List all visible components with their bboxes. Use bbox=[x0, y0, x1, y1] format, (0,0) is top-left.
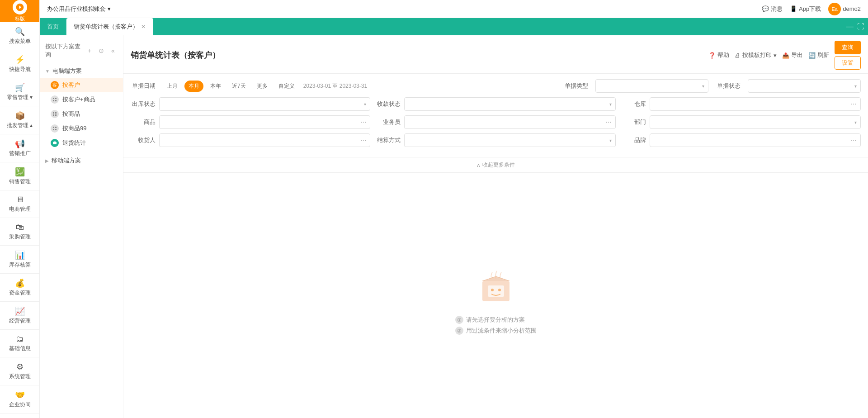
svg-rect-1 bbox=[55, 98, 57, 99]
svg-rect-3 bbox=[55, 100, 57, 101]
svg-point-15 bbox=[491, 289, 494, 291]
date-last-7[interactable]: 近7天 bbox=[228, 81, 250, 92]
date-custom[interactable]: 自定义 bbox=[274, 81, 299, 92]
sidebar-item-basic[interactable]: 🗂 基础信息 bbox=[0, 330, 39, 357]
sec-sub-label-goods: 按商品 bbox=[62, 110, 80, 118]
inventory-icon: 📊 bbox=[2, 250, 38, 260]
dept-label: 部门 bbox=[621, 118, 646, 126]
page-title-bar: 销货单统计表（按客户） ❓ 帮助 🖨 按模板打印 ▾ 📤 导出 bbox=[123, 35, 868, 74]
filter-area: 单据日期 上月 本月 本年 近7天 更多 自定义 2023-03-01 至 20… bbox=[123, 74, 868, 157]
salesperson-dots: ··· bbox=[605, 118, 611, 126]
date-this-month[interactable]: 本月 bbox=[184, 81, 203, 92]
sidebar-item-enterprise[interactable]: 🤝 企业协同 bbox=[0, 385, 39, 413]
sidebar-item-guide[interactable]: 🧭 新手引导 bbox=[0, 413, 39, 418]
app-download-btn[interactable]: 📱 App下载 bbox=[790, 5, 821, 13]
message-btn[interactable]: 💬 消息 bbox=[762, 5, 783, 13]
receiver-control[interactable]: ··· bbox=[159, 133, 370, 147]
tab-home[interactable]: 首页 bbox=[40, 18, 66, 35]
doc-status-control[interactable]: ▾ bbox=[748, 79, 861, 93]
dept-control[interactable]: ▾ bbox=[650, 115, 861, 129]
svg-rect-7 bbox=[55, 114, 57, 116]
sidebar-item-operations[interactable]: 📈 经营管理 bbox=[0, 302, 39, 330]
date-more[interactable]: 更多 bbox=[253, 81, 272, 92]
sec-collapse-icon[interactable]: « bbox=[108, 46, 118, 55]
settings-button[interactable]: 设置 bbox=[835, 56, 861, 70]
sec-sub-item-by-goods[interactable]: 按商品 bbox=[40, 107, 123, 121]
sec-sub-icon-customer: 客 bbox=[51, 81, 59, 89]
main-wrapper: 办公用品行业模拟账套 ▾ 💬 消息 📱 App下载 Ea demo2 首页 bbox=[40, 0, 868, 418]
left-sidebar: 标版 🔍 搜索菜单 ⚡ 快捷导航 🛒 零售管理 ▾ 📦 批发管理 ▴ 📢 营销推… bbox=[0, 0, 40, 418]
sec-group-desktop-header[interactable]: ▼ 电脑端方案 bbox=[40, 64, 123, 78]
out-status-control[interactable]: ▾ bbox=[159, 97, 370, 111]
search-icon: 🔍 bbox=[2, 27, 38, 37]
receipt-status-arrow: ▾ bbox=[609, 102, 612, 107]
sec-sub-item-by-customer[interactable]: 客 按客户 bbox=[40, 78, 123, 92]
salesperson-control[interactable]: ··· bbox=[404, 115, 615, 129]
sec-sub-item-by-customer-goods[interactable]: 按客户+商品 bbox=[40, 92, 123, 107]
sidebar-item-wholesale-label: 批发管理 ▴ bbox=[2, 122, 38, 129]
goods-control[interactable]: ··· bbox=[159, 115, 370, 129]
filter-row-4: 收货人 ··· 结算方式 ▾ 品牌 bbox=[131, 133, 861, 147]
sidebar-item-ecommerce[interactable]: 🖥 电商管理 bbox=[0, 190, 39, 218]
sidebar-item-search[interactable]: 🔍 搜索菜单 bbox=[0, 22, 39, 50]
receipt-status-control[interactable]: ▾ bbox=[404, 97, 615, 111]
payment-control[interactable]: ▾ bbox=[404, 133, 615, 147]
user-menu[interactable]: Ea demo2 bbox=[828, 3, 861, 15]
doc-type-control[interactable]: ▾ bbox=[595, 79, 708, 93]
expand-btn[interactable]: ⛶ bbox=[857, 23, 864, 31]
tab-close-icon[interactable]: ✕ bbox=[141, 24, 146, 30]
tab-bar: 首页 销货单统计表（按客户） ✕ — ⛶ bbox=[40, 18, 868, 35]
empty-tips: ① 请先选择要分析的方案 ② 用过滤条件来缩小分析范围 bbox=[455, 316, 537, 335]
print-btn[interactable]: 🖨 按模板打印 ▾ bbox=[735, 51, 777, 59]
sidebar-item-inventory[interactable]: 📊 库存核算 bbox=[0, 246, 39, 274]
industry-selector[interactable]: 办公用品行业模拟账套 ▾ bbox=[47, 5, 111, 13]
sec-sidebar-title: 按以下方案查询 bbox=[45, 43, 85, 59]
sales-icon: 💹 bbox=[2, 167, 38, 177]
sec-sub-icon-goods99 bbox=[51, 124, 59, 133]
brand-control[interactable]: ··· bbox=[650, 133, 861, 147]
receiver-dots: ··· bbox=[360, 136, 366, 144]
export-btn[interactable]: 📤 导出 bbox=[782, 51, 803, 59]
payment-label: 结算方式 bbox=[376, 136, 401, 144]
empty-tip-2: ② 用过滤条件来缩小分析范围 bbox=[455, 327, 537, 335]
wholesale-icon: 📦 bbox=[2, 111, 38, 121]
tip-num-1: ① bbox=[455, 316, 463, 324]
title-actions: ❓ 帮助 🖨 按模板打印 ▾ 📤 导出 🔄 刷新 bbox=[708, 41, 861, 70]
help-label: 帮助 bbox=[717, 51, 729, 59]
help-btn[interactable]: ❓ 帮助 bbox=[708, 51, 729, 59]
sidebar-item-finance[interactable]: 💰 资金管理 bbox=[0, 274, 39, 302]
query-button[interactable]: 查询 bbox=[835, 41, 861, 54]
enterprise-icon: 🤝 bbox=[2, 390, 38, 400]
date-last-month[interactable]: 上月 bbox=[163, 81, 182, 92]
sec-settings-icon[interactable]: ⊙ bbox=[97, 46, 106, 55]
sec-group-mobile-header[interactable]: ▶ 移动端方案 bbox=[40, 154, 123, 167]
minimize-btn[interactable]: — bbox=[846, 23, 854, 31]
sidebar-item-wholesale[interactable]: 📦 批发管理 ▴ bbox=[0, 106, 39, 134]
doc-status-label: 单据状态 bbox=[716, 82, 741, 90]
warehouse-control[interactable]: ··· bbox=[650, 97, 861, 111]
tab-sales-stat[interactable]: 销货单统计表（按客户） ✕ bbox=[66, 18, 153, 35]
sidebar-item-marketing[interactable]: 📢 营销推广 bbox=[0, 134, 39, 162]
sidebar-item-system-label: 系统管理 bbox=[2, 373, 38, 380]
brand-cell: 品牌 ··· bbox=[621, 133, 861, 147]
purchase-icon: 🛍 bbox=[2, 223, 38, 232]
sec-group-arrow-down: ▼ bbox=[45, 69, 50, 74]
sidebar-item-quicknav[interactable]: ⚡ 快捷导航 bbox=[0, 50, 39, 78]
export-icon: 📤 bbox=[782, 52, 789, 59]
sec-add-icon[interactable]: + bbox=[85, 46, 94, 55]
sidebar-item-system[interactable]: ⚙ 系统管理 bbox=[0, 357, 39, 385]
empty-illustration bbox=[469, 256, 523, 310]
refresh-btn[interactable]: 🔄 刷新 bbox=[808, 51, 829, 59]
sidebar-item-purchase[interactable]: 🛍 采购管理 bbox=[0, 218, 39, 246]
svg-rect-2 bbox=[53, 100, 54, 101]
tab-bar-actions: — ⛶ bbox=[846, 23, 868, 31]
sec-mobile-arrow: ▶ bbox=[45, 158, 49, 163]
sidebar-item-sales[interactable]: 💹 销售管理 bbox=[0, 162, 39, 190]
date-this-year[interactable]: 本年 bbox=[206, 81, 225, 92]
header-right: 💬 消息 📱 App下载 Ea demo2 bbox=[762, 3, 861, 15]
receipt-status-label: 收款状态 bbox=[376, 100, 401, 108]
collapse-bar[interactable]: ∧ 收起更多条件 bbox=[123, 157, 868, 173]
sec-sub-item-return[interactable]: 退货统计 bbox=[40, 136, 123, 150]
sec-sub-item-by-goods99[interactable]: 按商品99 bbox=[40, 121, 123, 136]
sidebar-item-retail[interactable]: 🛒 零售管理 ▾ bbox=[0, 78, 39, 106]
